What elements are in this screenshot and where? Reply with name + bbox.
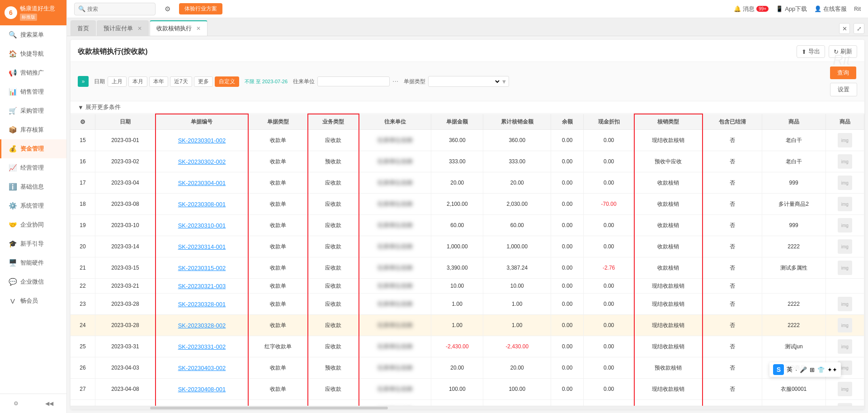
cell-bill-no[interactable]: SK-20230408-001 [156, 379, 248, 400]
date-btn-custom[interactable]: 自定义 [215, 76, 239, 87]
bill-no-link[interactable]: SK-20230328-002 [178, 322, 226, 329]
bill-no-link[interactable]: SK-20230321-003 [178, 283, 226, 290]
counterpart-more-icon[interactable]: ··· [392, 77, 398, 85]
bill-no-link[interactable]: SK-20230408-001 [178, 386, 226, 393]
tab-0[interactable]: 首页 [71, 20, 96, 36]
username-display[interactable]: Rit [854, 6, 861, 12]
bill-no-link[interactable]: SK-20230314-001 [178, 243, 226, 250]
sidebar-item-5[interactable]: 📦库存核算 [0, 120, 66, 139]
table-row[interactable]: 26 2023-04-03 SK-20230403-002 收款单 预收款 往来… [71, 357, 864, 379]
bill-no-link[interactable]: SK-20230304-001 [178, 180, 226, 186]
cell-bill-no[interactable]: SK-20230418-001 [156, 400, 248, 406]
table-row[interactable]: 24 2023-03-28 SK-20230328-002 收款单 应收款 往来… [71, 315, 864, 336]
app-download-btn[interactable]: 📱 App下载 [776, 5, 807, 13]
counterpart-input[interactable] [317, 76, 390, 86]
bill-no-link[interactable]: SK-20230310-001 [178, 222, 226, 229]
cell-bill-no[interactable]: SK-20230301-002 [156, 130, 248, 151]
tab-close-1[interactable]: ✕ [137, 25, 142, 32]
cell-product-img: img [826, 194, 864, 215]
sidebar-item-7[interactable]: 📈经营管理 [0, 158, 66, 177]
cell-written-off: 1,000.00 [483, 236, 551, 257]
export-btn[interactable]: ⬆ 导出 [797, 45, 825, 58]
table-row[interactable]: 16 2023-03-02 SK-20230302-002 收款单 预收款 往来… [71, 151, 864, 172]
cell-bill-no[interactable]: SK-20230328-002 [156, 315, 248, 336]
maximize-btn[interactable]: ⤢ [854, 23, 864, 34]
topbar-search-box[interactable]: 🔍 [74, 3, 156, 15]
cell-bill-type: 收款单 [248, 315, 308, 336]
date-btn-this-month[interactable]: 本月 [128, 76, 147, 87]
search-input[interactable] [87, 6, 142, 12]
online-service-btn[interactable]: 👤 在线客服 [814, 5, 847, 13]
bill-no-link[interactable]: SK-20230403-002 [178, 365, 226, 371]
industry-btn[interactable]: 体验行业方案 [179, 3, 222, 14]
date-filter-group: 日期 上月 本月 本年 近7天 更多 自定义 [94, 76, 239, 87]
bill-no-link[interactable]: SK-20230331-002 [178, 343, 226, 350]
collapse-btn[interactable]: ◀◀ [41, 398, 58, 409]
sidebar-item-13[interactable]: 💬企业微信 [0, 272, 66, 291]
bill-no-link[interactable]: SK-20230315-002 [178, 265, 226, 271]
table-row[interactable]: 19 2023-03-10 SK-20230310-001 收款单 应收款 往来… [71, 215, 864, 236]
sidebar-item-9[interactable]: ⚙️系统管理 [0, 196, 66, 215]
date-btn-last-month[interactable]: 上月 [108, 76, 127, 87]
notification-bell[interactable]: 🔔 消息 99+ [734, 5, 769, 13]
settings-btn[interactable]: ⚙ [9, 398, 23, 409]
cell-bill-no[interactable]: SK-20230314-001 [156, 236, 248, 257]
cell-bill-no[interactable]: SK-20230315-002 [156, 257, 248, 279]
close-tab-btn[interactable]: ✕ [839, 23, 850, 34]
cell-included: 否 [703, 151, 762, 172]
date-btn-this-year[interactable]: 本年 [149, 76, 168, 87]
table-row[interactable]: 15 2023-03-01 SK-20230301-002 收款单 应收款 往来… [71, 130, 864, 151]
tab-close-2[interactable]: ✕ [196, 25, 201, 32]
cell-bill-no[interactable]: SK-20230321-003 [156, 279, 248, 294]
product-thumb: img [838, 133, 852, 147]
sidebar-item-6[interactable]: 💰资金管理 [0, 139, 66, 158]
table-row[interactable]: 25 2023-03-31 SK-20230331-002 红字收款单 应收款 … [71, 336, 864, 357]
cell-bill-no[interactable]: SK-20230331-002 [156, 336, 248, 357]
table-row[interactable]: 17 2023-03-04 SK-20230304-001 收款单 应收款 往来… [71, 172, 864, 194]
bill-no-link[interactable]: SK-20230308-001 [178, 201, 226, 208]
sidebar-item-14[interactable]: V畅会员 [0, 291, 66, 310]
table-row[interactable]: 23 2023-03-28 SK-20230328-001 收款单 应收款 往来… [71, 294, 864, 315]
query-btn[interactable]: 查询 [830, 66, 856, 79]
bill-no-link[interactable]: SK-20230328-001 [178, 301, 226, 308]
horizontal-scrollbar[interactable] [71, 406, 864, 409]
bill-no-link[interactable]: SK-20230302-002 [178, 158, 226, 165]
table-row[interactable]: 18 2023-03-08 SK-20230308-001 收款单 应收款 往来… [71, 194, 864, 215]
filter-toggle-btn[interactable]: » [78, 76, 89, 87]
col-header-config[interactable]: ⚙ [71, 114, 95, 130]
table-row[interactable]: 20 2023-03-14 SK-20230314-001 收款单 应收款 往来… [71, 236, 864, 257]
cell-bill-no[interactable]: SK-20230328-001 [156, 294, 248, 315]
table-row[interactable]: 22 2023-03-21 SK-20230321-003 收款单 应收款 往来… [71, 279, 864, 294]
bill-type-select-wrapper[interactable]: ▼ [428, 76, 509, 87]
expand-more-btn[interactable]: ▼ 展开更多条件 [71, 101, 864, 114]
cell-no: 17 [71, 172, 95, 194]
cell-bill-no[interactable]: SK-20230403-002 [156, 357, 248, 379]
tab-1[interactable]: 预计应付单✕ [97, 20, 149, 36]
table-row[interactable]: 21 2023-03-15 SK-20230315-002 收款单 应收款 往来… [71, 257, 864, 279]
date-btn-more[interactable]: 更多 [194, 76, 213, 87]
table-row[interactable]: 27 2023-04-08 SK-20230408-001 收款单 应收款 往来… [71, 379, 864, 400]
date-btn-7days[interactable]: 近7天 [170, 76, 192, 87]
cell-bill-no[interactable]: SK-20230308-001 [156, 194, 248, 215]
cell-bill-no[interactable]: SK-20230304-001 [156, 172, 248, 194]
sidebar-item-1[interactable]: 🏠快捷导航 [0, 44, 66, 63]
cell-bill-no[interactable]: SK-20230302-002 [156, 151, 248, 172]
sidebar-item-8[interactable]: ℹ️基础信息 [0, 177, 66, 196]
refresh-btn[interactable]: ↻ 刷新 [829, 45, 857, 58]
gear-icon[interactable]: ⚙ [161, 3, 174, 15]
tab-2[interactable]: 收款核销执行✕ [150, 20, 208, 36]
sidebar-item-12[interactable]: 🖥️智能硬件 [0, 253, 66, 272]
sidebar-item-4[interactable]: 🛒采购管理 [0, 101, 66, 120]
settings-form-btn[interactable]: 设置 [830, 83, 857, 96]
scrollbar-thumb[interactable] [150, 407, 388, 409]
bill-type-select[interactable] [429, 76, 501, 86]
sidebar-item-2[interactable]: 📢营销推广 [0, 63, 66, 82]
sidebar-item-3[interactable]: 📊销售管理 [0, 82, 66, 101]
cell-bill-no[interactable]: SK-20230310-001 [156, 215, 248, 236]
table-row[interactable]: 28 2023-04-18 SK-20230418-001 收款单 应收款 往来… [71, 400, 864, 406]
cell-balance: 0.00 [551, 236, 584, 257]
bill-no-link[interactable]: SK-20230301-002 [178, 137, 226, 144]
sidebar-item-10[interactable]: 🤝企业协同 [0, 215, 66, 234]
sidebar-item-0[interactable]: 🔍搜索菜单 [0, 25, 66, 44]
sidebar-item-11[interactable]: 🎓新手引导 [0, 234, 66, 253]
